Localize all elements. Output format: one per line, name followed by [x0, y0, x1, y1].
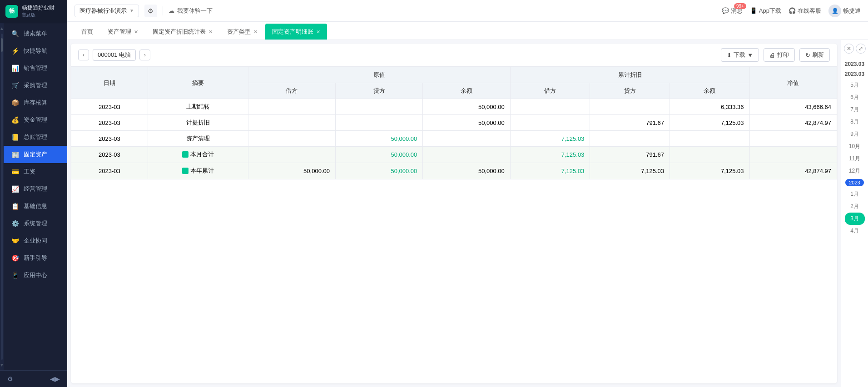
- timeline-month-12月[interactable]: 12月: [845, 165, 865, 177]
- company-selector[interactable]: 医疗器械行业演示 ▼: [74, 5, 139, 17]
- enterprise-icon: 🤝: [11, 237, 19, 244]
- nav-next-button[interactable]: ›: [139, 50, 150, 60]
- finance-icon: 💰: [11, 116, 19, 124]
- download-chevron-icon: ▼: [747, 52, 753, 59]
- cell-lj-debit: 7,125.03: [510, 131, 590, 147]
- search-icon: 🔍: [11, 30, 19, 37]
- sidebar-header: 畅 畅捷通好业财 普及版: [0, 0, 67, 23]
- sidebar-item-ledger[interactable]: 📒 总账管理: [4, 129, 67, 146]
- sales-icon: 📊: [11, 64, 19, 72]
- cell-lj-credit: 7,125.03: [590, 163, 670, 179]
- sidebar-item-system[interactable]: ⚙️ 系统管理: [4, 215, 67, 232]
- tab-asset-mgmt[interactable]: 资产管理✕: [101, 24, 145, 40]
- table-row: 2023-03 本月合计 50,000.00 7,125.03 791.67: [71, 147, 837, 163]
- timeline-close-button[interactable]: ✕: [844, 44, 854, 54]
- scroll-thumb: [1, 38, 3, 52]
- timeline-month-2023-4月[interactable]: 4月: [845, 225, 865, 237]
- cell-date: 2023-03: [71, 99, 148, 115]
- tab-close-icon[interactable]: ✕: [316, 29, 320, 35]
- timeline-month-2023-2月[interactable]: 2月: [845, 200, 865, 213]
- refresh-button[interactable]: ↻ 刷新: [799, 48, 830, 62]
- timeline-month-8月[interactable]: 8月: [845, 116, 865, 128]
- sidebar-scrollbar: ▲ ▼: [0, 23, 4, 370]
- message-button[interactable]: 💬 消息 99+: [722, 7, 743, 15]
- sidebar-item-basic-info[interactable]: 📋 基础信息: [4, 198, 67, 215]
- settings-icon[interactable]: ⚙: [7, 375, 13, 382]
- sidebar-item-label: 总账管理: [24, 133, 47, 141]
- settings-button[interactable]: ⚙: [144, 5, 157, 17]
- timeline-month-5月[interactable]: 5月: [845, 79, 865, 91]
- cell-yz-balance: [423, 131, 510, 147]
- tab-asset-type[interactable]: 资产类型✕: [220, 24, 264, 40]
- tab-depreciation-stats[interactable]: 固定资产折旧统计表✕: [146, 24, 219, 40]
- sidebar-item-sales[interactable]: 📊 销售管理: [4, 60, 67, 77]
- experience-button[interactable]: ☁ 我要体验一下: [169, 7, 213, 15]
- timeline-month-11月[interactable]: 11月: [845, 153, 865, 165]
- tab-close-icon[interactable]: ✕: [253, 29, 258, 35]
- cell-lj-balance: [670, 147, 749, 163]
- sidebar-item-purchase[interactable]: 🛒 采购管理: [4, 77, 67, 94]
- sidebar-item-quick-nav[interactable]: ⚡ 快捷导航: [4, 42, 67, 60]
- timeline-month-6月[interactable]: 6月: [845, 91, 865, 104]
- tabs-bar: 首页资产管理✕固定资产折旧统计表✕资产类型✕固定资产明细账✕: [67, 22, 868, 40]
- cell-lj-credit: 791.67: [590, 115, 670, 131]
- tab-asset-detail[interactable]: 固定资产明细账✕: [265, 24, 327, 40]
- cell-lj-debit: 7,125.03: [510, 147, 590, 163]
- col-lj-credit: 贷方: [590, 83, 670, 99]
- timeline-expand-button[interactable]: ⤢: [856, 44, 866, 54]
- inventory-icon: 📦: [11, 99, 19, 106]
- sidebar-item-label: 销售管理: [24, 64, 47, 72]
- timeline-month-10月[interactable]: 10月: [845, 140, 865, 153]
- table-row: 2023-03 上期结转 50,000.00 6,333.36 43,666.6…: [71, 99, 837, 115]
- user-menu[interactable]: 👤 畅捷通: [828, 5, 861, 17]
- tab-label: 资产类型: [227, 28, 251, 36]
- tab-label: 固定资产明细账: [272, 28, 313, 36]
- timeline-month-9月[interactable]: 9月: [845, 128, 865, 140]
- sidebar-item-guide[interactable]: 🎯 新手引导: [4, 249, 67, 267]
- customer-service-icon: 🎧: [789, 7, 796, 14]
- sidebar-item-label: 搜索菜单: [24, 30, 47, 38]
- timeline-month-2023-1月[interactable]: 1月: [845, 188, 865, 200]
- asset-label: 000001 电脑: [93, 49, 136, 61]
- cell-date: 2023-03: [71, 163, 148, 179]
- sidebar-item-search[interactable]: 🔍 搜索菜单: [4, 25, 67, 42]
- sidebar-item-enterprise[interactable]: 🤝 企业协同: [4, 232, 67, 249]
- app-download-button[interactable]: 📱 App下载: [750, 7, 781, 15]
- download-button[interactable]: ⬇ 下载 ▼: [721, 48, 759, 62]
- cell-yz-balance: 50,000.00: [423, 163, 510, 179]
- cell-yz-credit: 50,000.00: [335, 147, 422, 163]
- collapse-icon[interactable]: ◀▶: [50, 375, 60, 382]
- sidebar-item-salary[interactable]: 💳 工资: [4, 163, 67, 180]
- cell-net-value: 42,874.97: [749, 115, 837, 131]
- timeline-top-date: 2023.03: [842, 59, 867, 69]
- table-header-row1: 日期 摘要 原值 累计折旧 净值: [71, 67, 837, 83]
- company-name: 医疗器械行业演示: [79, 7, 127, 15]
- sidebar-item-app-center[interactable]: 📱 应用中心: [4, 267, 67, 284]
- sidebar-item-fixed-assets[interactable]: 🏢 固定资产: [4, 146, 67, 163]
- main-area: 医疗器械行业演示 ▼ ⚙ ☁ 我要体验一下 💬 消息 99+ 📱 App下载 🎧…: [67, 0, 868, 387]
- summary-icon-wrapper: 本年累计: [182, 167, 214, 175]
- print-button[interactable]: 🖨 打印: [764, 48, 795, 62]
- customer-service-button[interactable]: 🎧 在线客服: [789, 7, 821, 15]
- timeline-panel: ✕ ⤢ 2023.03 2023.035月6月7月8月9月10月11月12月20…: [841, 40, 868, 387]
- sidebar-footer: ⚙ ◀▶: [0, 370, 67, 387]
- timeline-top-entry: 2023.03: [842, 69, 867, 79]
- sidebar-item-label: 快捷导航: [24, 47, 47, 55]
- print-icon: 🖨: [769, 52, 775, 59]
- sidebar-item-finance[interactable]: 💰 资金管理: [4, 111, 67, 129]
- tab-close-icon[interactable]: ✕: [208, 29, 213, 35]
- timeline-month-7月[interactable]: 7月: [845, 104, 865, 116]
- app-download-icon: 📱: [750, 7, 757, 14]
- cell-lj-debit: [510, 99, 590, 115]
- tab-close-icon[interactable]: ✕: [134, 29, 138, 35]
- sidebar-item-label: 库存核算: [24, 99, 47, 107]
- sidebar-item-inventory[interactable]: 📦 库存核算: [4, 94, 67, 111]
- cell-lj-balance: 6,333.36: [670, 99, 749, 115]
- panel-actions: ⬇ 下载 ▼ 🖨 打印 ↻ 刷新: [721, 48, 830, 62]
- nav-prev-button[interactable]: ‹: [78, 50, 89, 60]
- tab-home[interactable]: 首页: [74, 24, 100, 40]
- topbar-divider: [163, 6, 163, 15]
- timeline-month-2023-3月[interactable]: 3月: [845, 213, 865, 225]
- cell-lj-credit: [590, 99, 670, 115]
- sidebar-item-operations[interactable]: 📈 经营管理: [4, 180, 67, 198]
